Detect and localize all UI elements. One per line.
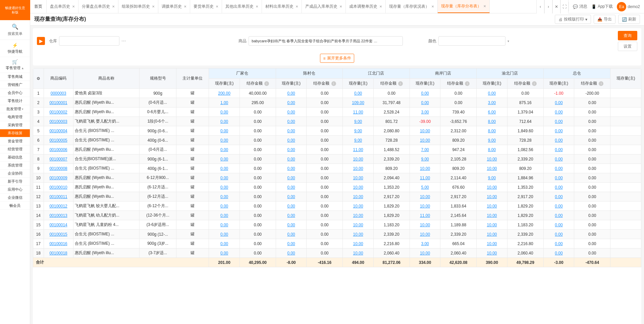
sidebar-item-purchase[interactable]: 采购管理 <box>0 121 30 129</box>
table-row: 17 00100016 合生元 (BIOSTIME) ... 900g (3岁.… <box>33 239 641 248</box>
row-t-stock: 0.00 <box>543 164 574 173</box>
row-name: 惠氏启醒 (Wyeth illu... <box>73 248 140 258</box>
table-row: 10 00100009 惠氏启醒 (Wyeth illu... 6-12月900… <box>33 173 641 183</box>
jb-amount-info[interactable]: i <box>398 81 403 86</box>
na-amount-info[interactable]: i <box>465 81 470 86</box>
setting-button[interactable]: 设置 <box>618 42 637 51</box>
tab-close-material-out[interactable]: ✕ <box>296 5 298 8</box>
app-download-action[interactable]: 📱 App下载 <box>591 4 613 9</box>
sidebar-item-apps[interactable]: 应用中心 <box>0 186 30 194</box>
t-amount-info[interactable]: i <box>599 81 603 86</box>
tab-product-in[interactable]: 产成品入库单历史 ✕ <box>302 0 346 13</box>
row-name: 飞鹤星飞帆 幼儿配方奶... <box>73 211 140 220</box>
sidebar-item-wechat[interactable]: 企业微信 <box>0 194 30 202</box>
filter-expand-btn[interactable]: ▶ <box>37 37 45 45</box>
tab-close-order[interactable]: ✕ <box>216 5 218 8</box>
tab-close-all[interactable]: ✕ <box>552 0 560 13</box>
th-settings[interactable]: ⚙ <box>33 68 44 89</box>
tab-close-stock-status[interactable]: ✕ <box>431 5 434 8</box>
tab-close-assembly[interactable]: ✕ <box>152 5 155 8</box>
tab-close-product-in[interactable]: ✕ <box>339 5 342 8</box>
sidebar-item-finance[interactable]: 资金管理 <box>0 137 30 145</box>
tab-close-transfer[interactable]: ✕ <box>184 5 186 8</box>
sidebar-item-guide[interactable]: 新手引导 <box>0 178 30 186</box>
sidebar-item-vip[interactable]: 畅会员 <box>0 202 30 210</box>
row-na-stock: 10.00 <box>410 136 440 145</box>
tab-other-out[interactable]: 其他出库单历史 ✕ <box>222 0 262 13</box>
row-c-amount: 0.00 <box>307 126 343 136</box>
tab-assembly[interactable]: 组装拆卸单历史 ✕ <box>118 0 158 13</box>
message-action[interactable]: 💬 消息 <box>573 4 587 9</box>
tab-inventory-list[interactable]: 盘点单历史 ✕ <box>47 0 78 13</box>
row-unit: 罐 <box>176 164 209 173</box>
row-name: 惠氏启醒 (Wyeth illu... <box>73 145 140 154</box>
row-current <box>610 117 641 126</box>
row-jb-amount: 1,829.20 <box>373 211 410 220</box>
tab-stock-status[interactable]: 现存量（库存状况表） ✕ <box>386 0 438 13</box>
warehouse-input[interactable] <box>59 36 119 46</box>
tab-nav-next[interactable]: › <box>544 0 552 13</box>
scroll-wrapper[interactable]: ⚙ 商品编码 商品名称 规格型号 主计量单位 厂家仓 陈村仓 江北门店 南岸门店… <box>33 68 641 324</box>
tab-order[interactable]: 要货单历史 ✕ <box>190 0 222 13</box>
sidebar-item-wholesale[interactable]: 批发管理 ▾ <box>0 105 30 113</box>
expand-more-btn[interactable]: ≡ 展开更多条件 <box>320 54 354 63</box>
sidebar-item-corp[interactable]: 企业协同 <box>0 170 30 178</box>
row-jb-amount: 728.28 <box>373 136 410 145</box>
tab-branch-inventory[interactable]: 分量盘点单历史 ✕ <box>78 0 118 13</box>
query-button[interactable]: 查询 <box>618 31 637 40</box>
sidebar-item-system[interactable]: 系统管理 <box>0 161 30 170</box>
sidebar-item-inventory[interactable]: 库存核算 <box>0 129 30 137</box>
tab-stock-dist[interactable]: 现存量（库存分布表） ✕ <box>438 0 490 13</box>
row-yb-stock: 8.00 <box>477 145 507 154</box>
row-name: 惠氏启醒 (Wyeth illu... <box>73 192 140 201</box>
factory-amount-info[interactable]: i <box>264 81 269 86</box>
print-button[interactable]: 🖨 按模版打印 ▾ <box>555 15 591 24</box>
app-logo[interactable]: 畅捷通好生意 标版 <box>0 0 30 20</box>
sidebar-search[interactable]: 🔍 搜索英单 <box>0 20 30 40</box>
tab-cost-adjust[interactable]: 成本调整单历史 ✕ <box>346 0 386 13</box>
sidebar-item-retail[interactable]: 🛒 零售管理 ▲ <box>0 57 30 73</box>
sidebar-item-basic[interactable]: 基础信息 <box>0 153 30 161</box>
sidebar-item-retail-stat[interactable]: 零售统计 <box>0 97 30 105</box>
sidebar-item-quicknav[interactable]: ⚡ 快捷导航 <box>0 40 30 57</box>
row-jb-stock: 11.00 <box>343 107 374 117</box>
tab-close-inventory-list[interactable]: ✕ <box>72 5 75 8</box>
sidebar-item-marketing[interactable]: 营销推广 <box>0 81 30 89</box>
chen-amount-info[interactable]: i <box>331 81 336 86</box>
tab-material-out[interactable]: 材料出库单历史 ✕ <box>262 0 302 13</box>
tab-transfer[interactable]: 调拨单历史 ✕ <box>158 0 190 13</box>
row-unit: 罐 <box>176 154 209 164</box>
tab-close-stock-dist[interactable]: ✕ <box>483 4 486 8</box>
tab-close-other-out[interactable]: ✕ <box>256 5 258 8</box>
sidebar-item-retail-mall[interactable]: 零售商城 <box>0 73 30 81</box>
row-t-amount: 0.00 <box>574 117 610 126</box>
topbar: 首页 盘点单历史 ✕ 分量盘点单历史 ✕ 组装拆卸单历史 ✕ 调拨单历史 ✕ 要… <box>30 0 644 13</box>
refresh-button[interactable]: 🔄 刷新 <box>618 15 640 24</box>
row-index: 11 <box>33 183 44 192</box>
row-c-stock: 0.00 <box>276 239 307 248</box>
export-button[interactable]: 📤 导出 <box>594 15 615 24</box>
yb-amount-info[interactable]: i <box>532 81 537 86</box>
tab-nav-prev[interactable]: ‹ <box>536 0 544 13</box>
row-na-stock: 10.00 <box>410 192 440 201</box>
row-index: 12 <box>33 192 44 201</box>
tab-close-branch-inventory[interactable]: ✕ <box>112 5 115 8</box>
warehouse-more[interactable]: ··· <box>121 38 126 44</box>
tab-home[interactable]: 首页 <box>30 0 47 13</box>
user-action[interactable]: Ea demo2 <box>617 2 640 11</box>
row-spec: (0-6月适... <box>140 98 176 107</box>
color-input[interactable] <box>438 36 505 46</box>
sidebar-item-ops[interactable]: 经营管理 <box>0 145 30 153</box>
th-yb-stock: 现存量(主) <box>477 79 507 89</box>
row-yb-amount: 1,849.60 <box>507 126 543 136</box>
row-c-amount: 0.00 <box>307 201 343 211</box>
color-dropdown[interactable]: ▾ <box>507 39 509 43</box>
product-input[interactable] <box>249 36 403 46</box>
sidebar-item-ecommerce[interactable]: 电商管理 <box>0 113 30 121</box>
tab-expand[interactable]: ⛶ <box>560 0 569 13</box>
username: demo2 <box>628 4 640 9</box>
sidebar-item-member[interactable]: 会员中心 <box>0 89 30 97</box>
row-unit: 罐 <box>176 89 209 98</box>
row-name: 合生元 (BIOSTIME) ... <box>73 230 140 239</box>
tab-close-cost-adjust[interactable]: ✕ <box>379 5 382 8</box>
